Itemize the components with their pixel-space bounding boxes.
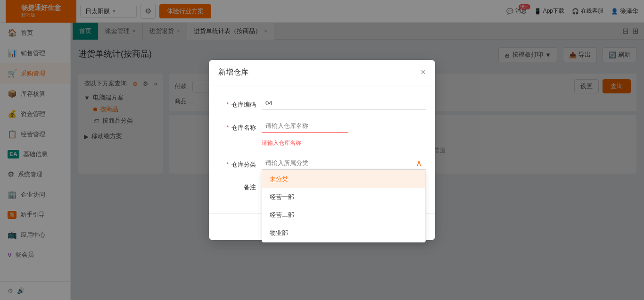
- category-input[interactable]: [262, 157, 426, 170]
- required-mark: *: [226, 101, 229, 108]
- form-row-category: * 仓库分类 ∧ 未分类 经营一部 经营二部 物业部: [218, 157, 426, 170]
- required-mark2: *: [226, 124, 229, 131]
- category-dropdown: 未分类 经营一部 经营二部 物业部: [262, 170, 426, 242]
- required-mark3: *: [226, 161, 229, 168]
- modal-header: 新增仓库 ×: [209, 60, 435, 85]
- code-input[interactable]: [262, 97, 426, 110]
- modal-title: 新增仓库: [218, 67, 248, 77]
- dropdown-item-dept1[interactable]: 经营一部: [262, 188, 425, 206]
- category-label: * 仓库分类: [218, 157, 256, 169]
- name-error-msg: 请输入仓库名称: [262, 140, 301, 146]
- category-chevron-icon[interactable]: ∧: [416, 158, 422, 168]
- code-label: * 仓库编码: [218, 97, 256, 109]
- dropdown-item-property[interactable]: 物业部: [262, 224, 425, 242]
- dropdown-item-unclassified[interactable]: 未分类: [262, 170, 425, 188]
- modal-close-button[interactable]: ×: [421, 67, 426, 77]
- name-label: * 仓库名称: [218, 120, 256, 132]
- modal-overlay: 新增仓库 × * 仓库编码 * 仓库名称: [0, 0, 644, 300]
- modal-body: * 仓库编码 * 仓库名称 请输入仓库名称: [209, 85, 435, 213]
- form-row-name: * 仓库名称 请输入仓库名称: [218, 119, 426, 147]
- name-input[interactable]: [262, 119, 348, 133]
- remark-label: 备注: [218, 179, 256, 192]
- dropdown-item-dept2[interactable]: 经营二部: [262, 206, 425, 224]
- form-row-code: * 仓库编码: [218, 97, 426, 110]
- category-select-wrapper: ∧ 未分类 经营一部 经营二部 物业部: [262, 157, 426, 170]
- new-warehouse-modal: 新增仓库 × * 仓库编码 * 仓库名称: [209, 60, 435, 240]
